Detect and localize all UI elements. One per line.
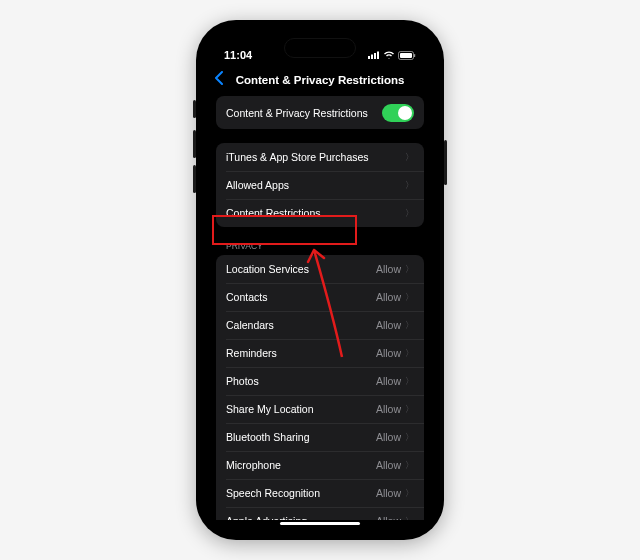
svg-rect-2 [374, 53, 376, 59]
privacy-group: Location Services Allow〉 Contacts Allow〉… [216, 255, 424, 520]
wifi-icon [383, 51, 395, 59]
battery-icon [398, 51, 416, 60]
row-label: Microphone [226, 459, 281, 471]
allowed-apps-row[interactable]: Allowed Apps 〉 [216, 171, 424, 199]
apple-advertising-row[interactable]: Apple Advertising Allow〉 [216, 507, 424, 520]
chevron-right-icon: 〉 [405, 515, 414, 521]
power-button [444, 140, 447, 185]
chevron-right-icon: 〉 [405, 487, 414, 500]
row-label: iTunes & App Store Purchases [226, 151, 369, 163]
speech-recognition-row[interactable]: Speech Recognition Allow〉 [216, 479, 424, 507]
chevron-right-icon: 〉 [405, 319, 414, 332]
row-value: Allow [376, 263, 401, 275]
toggle-group: Content & Privacy Restrictions [216, 96, 424, 129]
itunes-purchases-row[interactable]: iTunes & App Store Purchases 〉 [216, 143, 424, 171]
volume-down-button [193, 165, 196, 193]
chevron-right-icon: 〉 [405, 291, 414, 304]
row-label: Reminders [226, 347, 277, 359]
row-label: Bluetooth Sharing [226, 431, 309, 443]
content-scroll[interactable]: Content & Privacy Restrictions iTunes & … [206, 96, 434, 520]
status-icons [368, 51, 416, 60]
row-label: Allowed Apps [226, 179, 289, 191]
row-value: Allow [376, 403, 401, 415]
row-label: Share My Location [226, 403, 314, 415]
chevron-left-icon [214, 71, 223, 85]
chevron-right-icon: 〉 [405, 151, 414, 164]
contacts-row[interactable]: Contacts Allow〉 [216, 283, 424, 311]
restrictions-group: iTunes & App Store Purchases 〉 Allowed A… [216, 143, 424, 227]
volume-up-button [193, 130, 196, 158]
nav-header: Content & Privacy Restrictions [206, 70, 434, 96]
row-value: Allow [376, 515, 401, 520]
chevron-right-icon: 〉 [405, 459, 414, 472]
chevron-right-icon: 〉 [405, 179, 414, 192]
back-button[interactable] [214, 71, 223, 89]
calendars-row[interactable]: Calendars Allow〉 [216, 311, 424, 339]
location-services-row[interactable]: Location Services Allow〉 [216, 255, 424, 283]
chevron-right-icon: 〉 [405, 207, 414, 220]
content-privacy-toggle-row[interactable]: Content & Privacy Restrictions [216, 96, 424, 129]
content-restrictions-row[interactable]: Content Restrictions 〉 [216, 199, 424, 227]
row-value: Allow [376, 431, 401, 443]
row-value: Allow [376, 319, 401, 331]
svg-rect-5 [400, 53, 412, 58]
svg-rect-6 [414, 54, 415, 57]
phone-frame: 11:04 Content & Privacy Restrictions Con… [196, 20, 444, 540]
row-value: Allow [376, 487, 401, 499]
chevron-right-icon: 〉 [405, 431, 414, 444]
row-value: Allow [376, 347, 401, 359]
row-label: Calendars [226, 319, 274, 331]
share-location-row[interactable]: Share My Location Allow〉 [216, 395, 424, 423]
svg-rect-0 [368, 56, 370, 59]
row-value: Allow [376, 459, 401, 471]
chevron-right-icon: 〉 [405, 403, 414, 416]
screen: 11:04 Content & Privacy Restrictions Con… [206, 30, 434, 530]
row-label: Content & Privacy Restrictions [226, 107, 368, 119]
signal-icon [368, 51, 380, 59]
row-label: Content Restrictions [226, 207, 321, 219]
status-time: 11:04 [224, 49, 252, 61]
chevron-right-icon: 〉 [405, 375, 414, 388]
silence-switch [193, 100, 196, 118]
row-label: Contacts [226, 291, 267, 303]
row-label: Apple Advertising [226, 515, 307, 520]
row-label: Speech Recognition [226, 487, 320, 499]
dynamic-island [284, 38, 356, 58]
microphone-row[interactable]: Microphone Allow〉 [216, 451, 424, 479]
nav-title: Content & Privacy Restrictions [236, 74, 405, 86]
svg-rect-3 [377, 52, 379, 60]
photos-row[interactable]: Photos Allow〉 [216, 367, 424, 395]
chevron-right-icon: 〉 [405, 347, 414, 360]
reminders-row[interactable]: Reminders Allow〉 [216, 339, 424, 367]
svg-rect-1 [371, 55, 373, 60]
home-indicator[interactable] [280, 522, 360, 525]
row-value: Allow [376, 291, 401, 303]
toggle-switch[interactable] [382, 104, 414, 122]
bluetooth-sharing-row[interactable]: Bluetooth Sharing Allow〉 [216, 423, 424, 451]
row-label: Location Services [226, 263, 309, 275]
chevron-right-icon: 〉 [405, 263, 414, 276]
row-label: Photos [226, 375, 259, 387]
privacy-section-header: PRIVACY [216, 241, 424, 255]
row-value: Allow [376, 375, 401, 387]
